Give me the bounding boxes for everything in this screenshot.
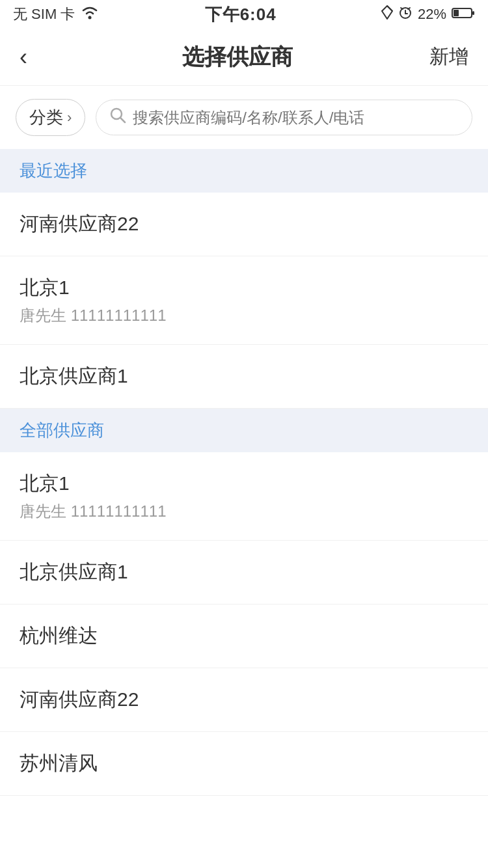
- nav-bar: ‹ 选择供应商 新增: [0, 29, 488, 86]
- location-icon: [381, 5, 393, 23]
- list-item[interactable]: 北京供应商1: [0, 345, 488, 409]
- search-icon: [109, 107, 126, 128]
- battery-percent: 22%: [418, 6, 446, 23]
- all-section-header: 全部供应商: [0, 409, 488, 452]
- back-button[interactable]: ‹: [20, 44, 59, 71]
- category-button[interactable]: 分类 ›: [16, 99, 85, 136]
- svg-point-0: [88, 16, 92, 20]
- alarm-icon: [398, 5, 413, 23]
- status-time: 下午6:04: [205, 3, 277, 26]
- chevron-right-icon: ›: [67, 109, 72, 126]
- item-name: 河南供应商22: [20, 211, 468, 237]
- filter-row: 分类 ›: [0, 86, 488, 149]
- recent-list: 河南供应商22北京1唐先生 11111111111北京供应商1: [0, 193, 488, 409]
- wifi-icon: [80, 5, 100, 23]
- no-sim-text: 无 SIM 卡: [13, 5, 75, 24]
- item-name: 杭州维达: [20, 623, 468, 649]
- category-label: 分类: [29, 106, 63, 129]
- recent-section-title: 最近选择: [20, 161, 87, 180]
- add-button[interactable]: 新增: [416, 44, 468, 70]
- page-title: 选择供应商: [182, 42, 293, 72]
- list-item[interactable]: 河南供应商22: [0, 668, 488, 732]
- search-input[interactable]: [133, 109, 459, 127]
- item-name: 苏州清风: [20, 750, 468, 777]
- all-section-title: 全部供应商: [20, 420, 104, 440]
- status-right: 22%: [381, 5, 475, 23]
- list-item[interactable]: 苏州清风: [0, 732, 488, 796]
- list-item[interactable]: 北京供应商1: [0, 541, 488, 604]
- list-item[interactable]: 杭州维达: [0, 604, 488, 668]
- item-name: 河南供应商22: [20, 686, 468, 713]
- recent-section-header: 最近选择: [0, 149, 488, 193]
- status-left: 无 SIM 卡: [13, 5, 100, 24]
- item-name: 北京1: [20, 470, 468, 497]
- item-sub: 唐先生 11111111111: [20, 501, 468, 522]
- svg-rect-7: [472, 11, 474, 15]
- list-item[interactable]: 北京1唐先生 11111111111: [0, 452, 488, 541]
- item-name: 北京供应商1: [20, 363, 468, 390]
- status-bar: 无 SIM 卡 下午6:04: [0, 0, 488, 29]
- item-name: 北京1: [20, 275, 468, 301]
- list-item[interactable]: 河南供应商22: [0, 193, 488, 256]
- svg-line-10: [120, 118, 125, 122]
- list-item[interactable]: 北京1唐先生 11111111111: [0, 256, 488, 345]
- item-name: 北京供应商1: [20, 559, 468, 586]
- battery-icon: [452, 6, 475, 23]
- search-box[interactable]: [96, 100, 472, 135]
- all-list: 北京1唐先生 11111111111北京供应商1杭州维达河南供应商22苏州清风: [0, 452, 488, 796]
- item-sub: 唐先生 11111111111: [20, 305, 468, 326]
- svg-rect-8: [454, 10, 459, 16]
